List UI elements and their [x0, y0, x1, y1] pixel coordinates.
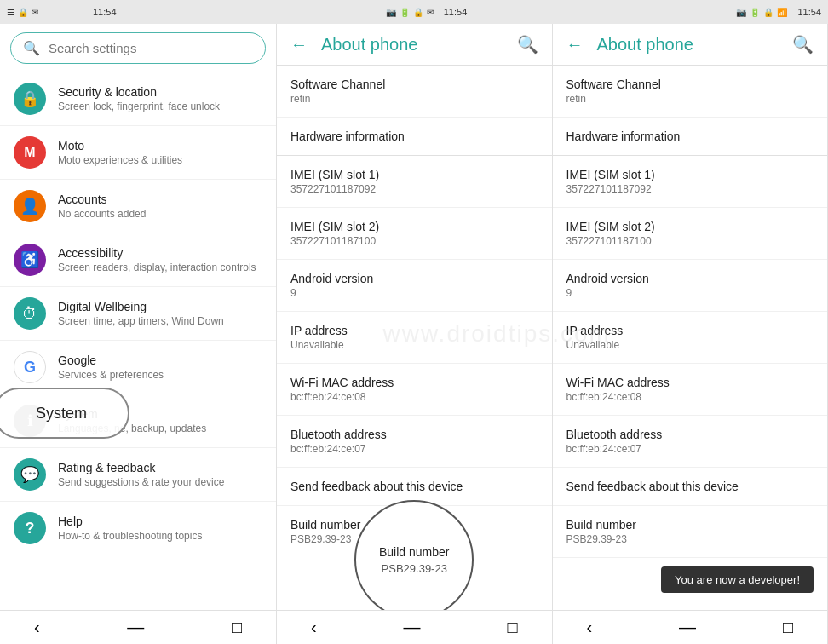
sidebar-item-moto[interactable]: M Moto Moto experiences & utilities: [0, 126, 276, 180]
help-subtitle: How-to & troubleshooting topics: [58, 530, 262, 542]
about-ip-middle[interactable]: IP address Unavailable: [277, 312, 552, 364]
about-feedback-middle[interactable]: Send feedback about this device: [277, 468, 552, 506]
rating-icon: 💬: [14, 458, 46, 491]
digital-wellbeing-icon: ⏱: [14, 297, 46, 330]
about-imei2-middle[interactable]: IMEI (SIM slot 2) 357227101187100: [277, 208, 552, 260]
help-icon: ?: [14, 512, 46, 544]
accessibility-icon: ♿: [14, 244, 46, 276]
time-left: 11:54: [93, 7, 117, 17]
search-bar[interactable]: 🔍: [10, 32, 266, 64]
about-hw-info-right: Hardware information: [553, 118, 828, 156]
bottom-nav-middle: ‹ — □: [277, 610, 552, 644]
google-subtitle: Services & preferences: [58, 369, 262, 381]
back-button-right[interactable]: ←: [566, 35, 584, 55]
status-icon-mid-4: ✉: [427, 8, 434, 17]
status-icon-right-1: 📷: [736, 8, 746, 17]
about-content-middle: Software Channel retin Hardware informat…: [277, 66, 552, 610]
about-panel-middle: ← About phone 🔍 Software Channel retin H…: [277, 24, 553, 644]
about-android-middle[interactable]: Android version 9: [277, 260, 552, 312]
about-build-right[interactable]: Build number PSB29.39-23: [553, 506, 828, 558]
nav-recent-middle[interactable]: □: [507, 618, 517, 637]
about-bt-middle[interactable]: Bluetooth address bc:ff:eb:24:ce:07: [277, 416, 552, 468]
sidebar-item-system[interactable]: System ℹ System Languages, ne, backup, u…: [0, 394, 276, 448]
rating-title: Rating & feedback: [58, 461, 262, 474]
nav-home-left[interactable]: —: [127, 618, 144, 637]
google-icon: G: [14, 351, 46, 383]
status-bar: ☰ 🔒 ✉ 11:54 📷 🔋 🔒 ✉ 11:54 📷 🔋 🔒 📶 11:54: [0, 0, 828, 24]
build-circle-middle: Build number PSB29.39-23: [354, 500, 474, 610]
left-panel: 🔍 🔒 Security & location Screen lock, fin…: [0, 24, 277, 644]
rating-subtitle: Send suggestions & rate your device: [58, 476, 262, 488]
main-layout: 🔍 🔒 Security & location Screen lock, fin…: [0, 24, 828, 644]
sidebar-item-security[interactable]: 🔒 Security & location Screen lock, finge…: [0, 72, 276, 126]
status-icon-left-2: 🔒: [18, 8, 28, 17]
digital-wellbeing-subtitle: Screen time, app timers, Wind Down: [58, 315, 262, 327]
status-icon-mid-2: 🔋: [400, 8, 410, 17]
about-build-middle[interactable]: Build number PSB29.39-23 Build number PS…: [277, 506, 552, 610]
security-title: Security & location: [58, 85, 262, 99]
search-input[interactable]: [49, 41, 253, 55]
system-title: System: [58, 407, 262, 421]
status-icon-mid-1: 📷: [386, 8, 396, 17]
about-software-channel-right[interactable]: Software Channel retin: [553, 66, 828, 118]
nav-recent-left[interactable]: □: [232, 618, 242, 637]
sidebar-item-google[interactable]: G Google Services & preferences: [0, 341, 276, 394]
security-icon: 🔒: [14, 83, 46, 115]
about-feedback-right[interactable]: Send feedback about this device: [553, 468, 828, 506]
status-left: ☰ 🔒 ✉ 11:54: [0, 7, 124, 17]
nav-back-middle[interactable]: ‹: [311, 618, 317, 637]
system-icon: ℹ: [14, 405, 46, 437]
sidebar-item-help[interactable]: ? Help How-to & troubleshooting topics: [0, 502, 276, 555]
status-icon-right-4: 📶: [777, 8, 787, 17]
about-wifi-middle[interactable]: Wi-Fi MAC address bc:ff:eb:24:ce:08: [277, 364, 552, 416]
bottom-nav-right: ‹ — □: [553, 610, 828, 644]
about-header-right: ← About phone 🔍: [553, 24, 828, 66]
about-wifi-right[interactable]: Wi-Fi MAC address bc:ff:eb:24:ce:08: [553, 364, 828, 416]
about-imei2-right[interactable]: IMEI (SIM slot 2) 357227101187100: [553, 208, 828, 260]
google-title: Google: [58, 354, 262, 367]
digital-wellbeing-title: Digital Wellbeing: [58, 300, 262, 313]
about-title-right: About phone: [597, 35, 793, 55]
moto-title: Moto: [58, 139, 262, 152]
sidebar-item-rating[interactable]: 💬 Rating & feedback Send suggestions & r…: [0, 448, 276, 502]
search-button-right[interactable]: 🔍: [792, 34, 814, 55]
about-imei1-middle[interactable]: IMEI (SIM slot 1) 357227101187092: [277, 156, 552, 208]
search-icon: 🔍: [23, 40, 40, 56]
help-title: Help: [58, 515, 262, 528]
status-icon-right-2: 🔋: [750, 8, 760, 17]
bottom-nav-left: ‹ — □: [0, 610, 276, 644]
about-title-middle: About phone: [321, 35, 517, 55]
about-android-right[interactable]: Android version 9: [553, 260, 828, 312]
search-button-middle[interactable]: 🔍: [517, 34, 538, 55]
about-software-channel-middle[interactable]: Software Channel retin: [277, 66, 552, 118]
time-right: 11:54: [797, 7, 821, 17]
status-right: 📷 🔋 🔒 📶 11:54: [729, 7, 828, 17]
sidebar-item-accessibility[interactable]: ♿ Accessibility Screen readers, display,…: [0, 233, 276, 287]
status-icon-left-1: ☰: [7, 8, 14, 17]
sidebar-item-digital-wellbeing[interactable]: ⏱ Digital Wellbeing Screen time, app tim…: [0, 287, 276, 341]
accessibility-subtitle: Screen readers, display, interaction con…: [58, 262, 262, 273]
status-icon-right-3: 🔒: [763, 8, 773, 17]
about-header-middle: ← About phone 🔍: [277, 24, 552, 66]
accessibility-title: Accessibility: [58, 246, 262, 260]
toast-developer: You are now a developer!: [661, 566, 814, 593]
back-button-middle[interactable]: ←: [290, 35, 308, 55]
about-bt-right[interactable]: Bluetooth address bc:ff:eb:24:ce:07: [553, 416, 828, 468]
settings-list: 🔒 Security & location Screen lock, finge…: [0, 72, 276, 610]
system-subtitle: Languages, ne, backup, updates: [58, 423, 262, 434]
about-ip-right[interactable]: IP address Unavailable: [553, 312, 828, 364]
accounts-icon: 👤: [14, 190, 46, 222]
accounts-subtitle: No accounts added: [58, 208, 262, 220]
nav-home-middle[interactable]: —: [404, 618, 421, 637]
moto-subtitle: Moto experiences & utilities: [58, 154, 262, 166]
about-hw-info-middle: Hardware information: [277, 118, 552, 156]
sidebar-item-accounts[interactable]: 👤 Accounts No accounts added: [0, 180, 276, 233]
nav-recent-right[interactable]: □: [783, 618, 793, 637]
nav-back-left[interactable]: ‹: [34, 618, 40, 637]
nav-back-right[interactable]: ‹: [587, 618, 593, 637]
nav-home-right[interactable]: —: [679, 618, 696, 637]
status-center: 📷 🔋 🔒 ✉ 11:54: [124, 7, 730, 17]
about-content-right: Software Channel retin Hardware informat…: [553, 66, 828, 610]
about-imei1-right[interactable]: IMEI (SIM slot 1) 357227101187092: [553, 156, 828, 208]
status-icon-mid-3: 🔒: [413, 8, 423, 17]
